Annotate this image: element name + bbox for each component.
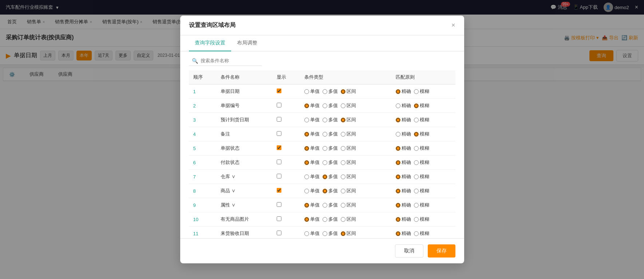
type-option-区间-5[interactable]: 区间 (341, 159, 356, 166)
row-type-2[interactable]: 单值多值区间 (300, 113, 391, 127)
row-display-8[interactable] (272, 198, 300, 212)
type-option-单值-3[interactable]: 单值 (304, 131, 320, 137)
row-display-1[interactable] (272, 99, 300, 113)
display-checkbox-3[interactable] (277, 131, 281, 136)
type-option-多值-10[interactable]: 多值 (323, 230, 338, 237)
match-option-精确-0[interactable]: 精确 (396, 88, 411, 95)
row-match-9[interactable]: 精确模糊 (391, 212, 455, 227)
type-option-多值-3[interactable]: 多值 (323, 131, 338, 137)
match-option-精确-7[interactable]: 精确 (396, 188, 411, 194)
modal-tab-layout[interactable]: 布局调整 (231, 35, 263, 51)
row-display-9[interactable] (272, 212, 300, 227)
display-checkbox-4[interactable] (277, 145, 281, 150)
match-option-模糊-1[interactable]: 模糊 (414, 102, 429, 109)
type-option-单值-4[interactable]: 单值 (304, 145, 320, 152)
match-option-模糊-5[interactable]: 模糊 (414, 159, 429, 166)
type-option-单值-6[interactable]: 单值 (304, 173, 320, 180)
match-option-模糊-7[interactable]: 模糊 (414, 188, 429, 194)
row-type-5[interactable]: 单值多值区间 (300, 156, 391, 170)
display-checkbox-5[interactable] (277, 160, 281, 164)
type-option-区间-2[interactable]: 区间 (341, 117, 356, 123)
display-checkbox-0[interactable] (277, 89, 281, 93)
save-button[interactable]: 保存 (428, 244, 455, 258)
type-option-多值-7[interactable]: 多值 (323, 188, 338, 194)
cancel-button[interactable]: 取消 (395, 244, 423, 258)
type-option-区间-6[interactable]: 区间 (341, 173, 356, 180)
row-display-0[interactable] (272, 85, 300, 99)
row-match-2[interactable]: 精确模糊 (391, 113, 455, 127)
row-type-6[interactable]: 单值多值区间 (300, 170, 391, 184)
match-option-精确-4[interactable]: 精确 (396, 145, 411, 152)
row-display-4[interactable] (272, 141, 300, 156)
row-type-10[interactable]: 单值多值区间 (300, 227, 391, 239)
type-option-区间-1[interactable]: 区间 (341, 102, 356, 109)
match-option-模糊-8[interactable]: 模糊 (414, 202, 429, 208)
match-option-模糊-0[interactable]: 模糊 (414, 88, 429, 95)
display-checkbox-9[interactable] (277, 216, 281, 221)
match-option-模糊-3[interactable]: 模糊 (414, 131, 429, 137)
display-checkbox-7[interactable] (277, 188, 281, 193)
match-option-精确-2[interactable]: 精确 (396, 117, 411, 123)
type-option-区间-7[interactable]: 区间 (341, 188, 356, 194)
match-option-精确-1[interactable]: 精确 (396, 102, 411, 109)
type-option-多值-0[interactable]: 多值 (323, 88, 338, 95)
type-option-区间-0[interactable]: 区间 (341, 88, 356, 95)
modal-close-button[interactable]: × (451, 21, 455, 29)
display-checkbox-8[interactable] (277, 202, 281, 207)
row-display-3[interactable] (272, 127, 300, 141)
type-option-单值-7[interactable]: 单值 (304, 188, 320, 194)
row-match-1[interactable]: 精确模糊 (391, 99, 455, 113)
row-match-4[interactable]: 精确模糊 (391, 141, 455, 156)
row-match-5[interactable]: 精确模糊 (391, 156, 455, 170)
display-checkbox-2[interactable] (277, 117, 281, 122)
row-type-7[interactable]: 单值多值区间 (300, 184, 391, 198)
type-option-区间-8[interactable]: 区间 (341, 202, 356, 208)
modal-tab-query-fields[interactable]: 查询字段设置 (189, 35, 231, 51)
match-option-模糊-6[interactable]: 模糊 (414, 173, 429, 180)
type-option-多值-8[interactable]: 多值 (323, 202, 338, 208)
type-option-区间-4[interactable]: 区间 (341, 145, 356, 152)
display-checkbox-1[interactable] (277, 103, 281, 107)
row-match-10[interactable]: 精确模糊 (391, 227, 455, 239)
type-option-多值-6[interactable]: 多值 (323, 173, 338, 180)
type-option-多值-4[interactable]: 多值 (323, 145, 338, 152)
row-type-1[interactable]: 单值多值区间 (300, 99, 391, 113)
type-option-区间-9[interactable]: 区间 (341, 216, 356, 223)
display-checkbox-10[interactable] (277, 231, 281, 235)
match-option-模糊-2[interactable]: 模糊 (414, 117, 429, 123)
row-match-0[interactable]: 精确模糊 (391, 85, 455, 99)
match-option-精确-3[interactable]: 精确 (396, 131, 411, 137)
display-checkbox-6[interactable] (277, 174, 281, 178)
match-option-精确-5[interactable]: 精确 (396, 159, 411, 166)
row-type-4[interactable]: 单值多值区间 (300, 141, 391, 156)
row-type-8[interactable]: 单值多值区间 (300, 198, 391, 212)
match-option-模糊-9[interactable]: 模糊 (414, 216, 429, 223)
row-display-7[interactable] (272, 184, 300, 198)
row-display-5[interactable] (272, 156, 300, 170)
type-option-单值-8[interactable]: 单值 (304, 202, 320, 208)
type-option-多值-5[interactable]: 多值 (323, 159, 338, 166)
type-option-单值-2[interactable]: 单值 (304, 117, 320, 123)
type-option-单值-10[interactable]: 单值 (304, 230, 320, 237)
type-option-区间-3[interactable]: 区间 (341, 131, 356, 137)
type-option-单值-5[interactable]: 单值 (304, 159, 320, 166)
type-option-区间-10[interactable]: 区间 (341, 230, 356, 237)
type-option-单值-9[interactable]: 单值 (304, 216, 320, 223)
row-match-3[interactable]: 精确模糊 (391, 127, 455, 141)
row-type-0[interactable]: 单值多值区间 (300, 85, 391, 99)
row-match-6[interactable]: 精确模糊 (391, 170, 455, 184)
type-option-多值-1[interactable]: 多值 (323, 102, 338, 109)
match-option-模糊-10[interactable]: 模糊 (414, 230, 429, 237)
type-option-单值-0[interactable]: 单值 (304, 88, 320, 95)
row-match-8[interactable]: 精确模糊 (391, 198, 455, 212)
row-type-3[interactable]: 单值多值区间 (300, 127, 391, 141)
type-option-多值-9[interactable]: 多值 (323, 216, 338, 223)
row-type-9[interactable]: 单值多值区间 (300, 212, 391, 227)
match-option-精确-6[interactable]: 精确 (396, 173, 411, 180)
match-option-精确-10[interactable]: 精确 (396, 230, 411, 237)
row-display-10[interactable] (272, 227, 300, 239)
modal-search-input[interactable] (189, 56, 262, 66)
row-display-6[interactable] (272, 170, 300, 184)
match-option-精确-8[interactable]: 精确 (396, 202, 411, 208)
match-option-精确-9[interactable]: 精确 (396, 216, 411, 223)
